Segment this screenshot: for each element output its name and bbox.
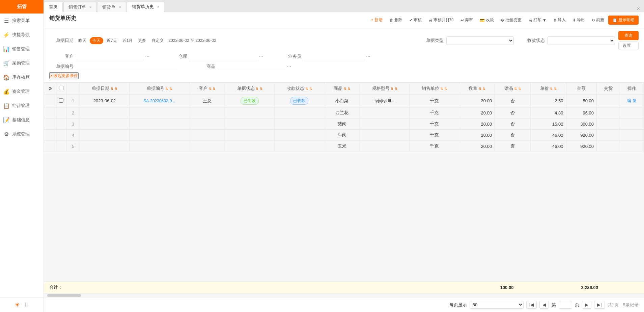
edit-action[interactable]: 编 <box>627 98 631 103</box>
window-close-button[interactable]: × <box>633 6 644 12</box>
review-button[interactable]: ✔ 审核 <box>407 16 424 24</box>
doc-number-col-header[interactable]: 单据编号 ⇅ <box>130 83 189 95</box>
tab-sales-history[interactable]: 销货单历史 × <box>127 1 164 12</box>
tab-home[interactable]: 首页 <box>44 1 63 12</box>
row-checkbox[interactable] <box>56 119 66 130</box>
print-button[interactable]: 🖨 打印 ▼ <box>526 16 549 24</box>
per-page-select[interactable]: 50 100 <box>470 301 524 309</box>
payment-status-select[interactable] <box>548 36 615 45</box>
customer-col-header[interactable]: 客户 ⇅ <box>189 83 225 95</box>
sidebar-item-search-menu[interactable]: ☰ 搜索菜单 <box>0 14 44 28</box>
sidebar-item-purchase[interactable]: 🛒 采购管理 <box>0 56 44 70</box>
review-print-button[interactable]: 🖨 审核并打印 <box>426 16 456 24</box>
salesperson-dots[interactable]: ··· <box>366 53 370 59</box>
row-product: 小白菜 <box>324 95 360 107</box>
doc-type-select[interactable] <box>446 36 514 45</box>
date-btn-today[interactable]: 今天 <box>90 37 103 44</box>
collect-button[interactable]: 💳 收款 <box>477 16 497 24</box>
salesperson-input[interactable] <box>304 53 365 60</box>
unit-col-header[interactable]: 销售单位 ⇅ <box>410 83 459 95</box>
sidebar-item-quick-nav[interactable]: ⚡ 快捷导航 <box>0 28 44 42</box>
date-btn-more[interactable]: 更多 <box>136 37 148 44</box>
settings-button[interactable]: 设置 <box>618 42 639 50</box>
row-customer <box>189 107 225 119</box>
sidebar-item-sales[interactable]: 📊 销售管理 <box>0 42 44 56</box>
scrollbar-thumb[interactable] <box>47 294 81 297</box>
sidebar-item-operations[interactable]: 📋 经营管理 <box>0 99 44 113</box>
date-btn-1month[interactable]: 近1月 <box>120 37 135 44</box>
data-table: ⚙ 单据日期 ⇅ 单据编号 ⇅ 客户 ⇅ 单据状态 ⇅ <box>44 82 644 152</box>
query-button[interactable]: 查询 <box>618 31 639 40</box>
footer-total-qty: 100.00 <box>500 285 514 290</box>
page-first-button[interactable]: |◀ <box>526 301 537 309</box>
batch-change-button[interactable]: ⚙ 批量变更 <box>498 16 524 24</box>
refresh-button[interactable]: ↻ 刷新 <box>589 16 607 24</box>
doc-number-link[interactable]: SA-20230602-0... <box>143 99 175 103</box>
customer-input[interactable] <box>76 53 144 60</box>
doc-type-label: 单据类型 <box>419 37 446 44</box>
doc-status-col-header[interactable]: 单据状态 ⇅ <box>225 83 275 95</box>
date-btn-yesterday[interactable]: 昨天 <box>76 37 88 44</box>
sidebar-item-system[interactable]: ⚙ 系统管理 <box>0 127 44 141</box>
tab-sales-order[interactable]: 销售订单 × <box>63 2 96 12</box>
warehouse-input[interactable] <box>190 53 257 60</box>
payment-status-col-header[interactable]: 收款状态 ⇅ <box>275 83 324 95</box>
date-btn-7days[interactable]: 近7天 <box>105 37 119 44</box>
sidebar-item-label: 采购管理 <box>12 60 30 66</box>
page-number-input[interactable]: 1 <box>559 301 572 309</box>
warehouse-dots[interactable]: ··· <box>259 53 263 59</box>
import-button[interactable]: ⬆ 导入 <box>551 16 568 24</box>
unit-price-col-header[interactable]: 单价 ⇅ <box>530 83 566 95</box>
row-spec: tyjyjtyjdif... <box>360 95 410 107</box>
warehouse-label: 仓库 <box>163 53 190 59</box>
row-checkbox[interactable] <box>56 95 66 107</box>
sidebar-item-inventory[interactable]: 🏠 库存核算 <box>0 70 44 84</box>
product-dots[interactable]: ··· <box>287 63 291 70</box>
abandon-button[interactable]: ↩ 弃审 <box>458 16 476 24</box>
page-last-button[interactable]: ▶| <box>594 301 605 309</box>
row-amount: 96.00 <box>566 107 597 119</box>
row-checkbox[interactable] <box>56 107 66 119</box>
new-button[interactable]: + 新增 <box>368 16 385 24</box>
gift-col-header[interactable]: 赠品 ⇅ <box>495 83 531 95</box>
row-select-checkbox[interactable] <box>59 98 63 103</box>
page-title: 销货单历史 <box>49 15 76 22</box>
row-checkbox[interactable] <box>56 141 66 152</box>
tab-close-sales-history[interactable]: × <box>157 5 159 9</box>
tab-sales-delivery[interactable]: 销货单 × <box>97 2 126 12</box>
doc-date-col-header[interactable]: 单据日期 ⇅ <box>80 83 130 95</box>
row-doc-date <box>80 130 130 141</box>
page-next-button[interactable]: ▶ <box>582 301 591 309</box>
select-all-checkbox[interactable] <box>59 86 63 90</box>
customer-dots[interactable]: ··· <box>145 53 149 59</box>
sort-icon-gift: ⇅ <box>514 87 517 90</box>
sidebar-bottom-icon1[interactable]: ☀ <box>15 301 20 309</box>
copy-action[interactable]: 复 <box>633 98 637 103</box>
show-detail-button[interactable]: 📋 显示明细 <box>608 16 639 25</box>
row-payment-status <box>275 119 324 130</box>
collapse-button[interactable]: ∧ 收起更多条件 <box>49 72 79 79</box>
tab-close-sales-delivery[interactable]: × <box>119 5 121 9</box>
doc-number-input[interactable] <box>76 63 177 70</box>
action-col-header: 操作 <box>620 83 644 95</box>
import-icon: ⬆ <box>553 18 557 23</box>
sidebar-bottom-icon2[interactable]: ⏸ <box>23 301 29 309</box>
settings-col-header[interactable]: ⚙ <box>44 83 56 95</box>
tab-sales-history-label: 销货单历史 <box>132 4 154 10</box>
page-label: 第 <box>552 302 556 308</box>
product-input[interactable] <box>218 63 285 70</box>
spec-col-header[interactable]: 规格型号 ⇅ <box>360 83 410 95</box>
row-checkbox[interactable] <box>56 130 66 141</box>
qty-col-header[interactable]: 数量 ⇅ <box>459 83 495 95</box>
row-transaction <box>597 119 620 130</box>
product-col-header[interactable]: 商品 ⇅ <box>324 83 360 95</box>
tab-close-sales-order[interactable]: × <box>89 5 91 9</box>
checkbox-col-header[interactable] <box>56 83 66 95</box>
delete-button[interactable]: 🗑 删除 <box>387 16 405 24</box>
sidebar-item-finance[interactable]: 💰 资金管理 <box>0 84 44 99</box>
page-prev-button[interactable]: ◀ <box>539 301 549 309</box>
export-button[interactable]: ⬇ 导出 <box>570 16 588 24</box>
sidebar-item-basic-info[interactable]: 📝 基础信息 <box>0 113 44 127</box>
row-qty: 20.00 <box>459 141 495 152</box>
date-btn-custom[interactable]: 自定义 <box>149 37 166 44</box>
